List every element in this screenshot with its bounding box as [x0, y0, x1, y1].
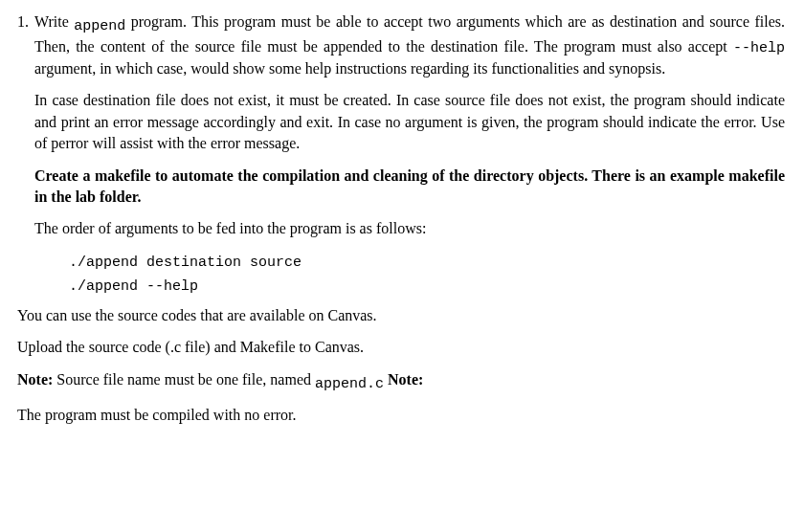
- code-filename: append.c: [315, 376, 384, 392]
- paragraph-compile-no-error: The program must be compiled with no err…: [15, 405, 785, 426]
- command-line-2: ./append --help: [69, 275, 785, 299]
- list-number: 1.: [15, 11, 34, 33]
- note-label: Note:: [17, 371, 53, 388]
- paragraph-upload: Upload the source code (.c file) and Mak…: [15, 337, 785, 358]
- code-append: append: [74, 18, 125, 34]
- text-segment: Write: [34, 13, 74, 30]
- list-content: Write append program. This program must …: [34, 11, 785, 305]
- paragraph-note-filename: Note: Source file name must be one file,…: [15, 369, 785, 394]
- paragraph-error-cases: In case destination file does not exist,…: [34, 90, 785, 154]
- text-segment: argument, in which case, would show some…: [34, 60, 665, 77]
- paragraph-canvas-source: You can use the source codes that are av…: [15, 305, 785, 326]
- command-line-1: ./append destination source: [69, 251, 785, 276]
- paragraph-makefile: Create a makefile to automate the compil…: [34, 166, 785, 209]
- code-help-flag: --help: [733, 40, 785, 56]
- text-segment: Source file name must be one file, named: [53, 371, 315, 388]
- paragraph-order-intro: The order of arguments to be fed into th…: [34, 218, 785, 239]
- text-segment: program. This program must be able to ac…: [34, 13, 785, 55]
- command-block: ./append destination source ./append --h…: [34, 251, 785, 299]
- paragraph-intro: Write append program. This program must …: [34, 11, 785, 79]
- note-label-2: Note:: [388, 371, 423, 388]
- list-item-1: 1. Write append program. This program mu…: [15, 11, 785, 305]
